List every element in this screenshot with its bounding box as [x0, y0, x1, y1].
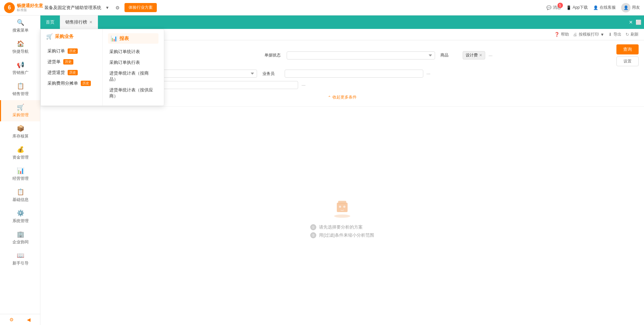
sidebar-item-inventory[interactable]: 📦 库存核算 [0, 121, 40, 143]
svg-point-3 [339, 206, 341, 208]
salesman-input[interactable] [285, 70, 423, 78]
sidebar-item-inventory-label: 库存核算 [12, 133, 29, 139]
industry-button[interactable]: 体验行业方案 [124, 3, 157, 12]
home-icon: 🏠 [17, 40, 24, 47]
svg-point-0 [334, 214, 350, 218]
reports-section-title: 报表 [119, 36, 129, 42]
tip-num-1: ① [310, 224, 316, 230]
sidebar-item-purchase[interactable]: 🛒 采购管理 [0, 100, 40, 121]
dropdown-reports-header: 📊 报表 [108, 33, 159, 44]
history-badge-1: 历史 [63, 59, 73, 65]
sidebar-item-system-label: 系统管理 [12, 218, 29, 224]
action-buttons: 查询 设置 [616, 44, 639, 66]
report-po-exec-item[interactable]: 采购订单执行表 [108, 57, 159, 68]
print-button[interactable]: 🖨 按模板打印 ▼ [573, 32, 604, 37]
header-right: 💬 消息 5 📱 App下载 👤 在线客服 👤 用友 [546, 3, 640, 12]
status-select[interactable] [287, 51, 435, 59]
header-center: 装备及固定资产辅助管理系统 ▼ ⚙ 体验行业方案 [44, 3, 546, 12]
sidebar-item-search-label: 搜索菜单 [12, 28, 29, 33]
purchase-receive-label: 进货单 [47, 59, 61, 65]
system-settings-button[interactable]: ⚙ [113, 4, 122, 11]
sidebar-item-system[interactable]: ⚙️ 系统管理 [0, 206, 40, 227]
tab-close-button[interactable]: ✕ [629, 19, 633, 25]
salesman-ellipsis-button[interactable]: ··· [425, 71, 432, 76]
reports-section-icon: 📊 [111, 35, 117, 42]
purchase-expense-item[interactable]: 采购费用分摊单 历史 [46, 78, 97, 89]
purchase-return-item[interactable]: 进货退货 历史 [46, 67, 97, 78]
help-button[interactable]: ❓ 帮助 [554, 32, 569, 37]
report-receive-by-supplier-item[interactable]: 进货单统计表（按供应商） [108, 85, 159, 101]
report-po-stats-item[interactable]: 采购订单统计表 [108, 46, 159, 57]
user-label: 用友 [632, 5, 640, 10]
user-avatar: 👤 [621, 3, 631, 12]
purchase-order-item[interactable]: 采购订单 历史 [46, 46, 97, 56]
sidebar-item-enterprise[interactable]: 🏢 企业协同 [0, 227, 40, 248]
export-button[interactable]: ⬇ 导出 [608, 32, 621, 37]
sidebar-item-new-guide-label: 新手引导 [12, 260, 29, 266]
goods-tag-close[interactable]: ✕ [479, 53, 482, 57]
dropdown-menu: 🛒 采购业务 采购订单 历史 进货单 历史 进货退货 历史 采购费用分摊单 历史… [40, 29, 164, 106]
goods-label: 商品 [440, 52, 461, 58]
sidebar-collapse-button[interactable]: ◀ [27, 317, 31, 322]
purchase-section-title: 采购业务 [55, 34, 74, 40]
logo-sub-text: 标准版 [17, 8, 43, 12]
sidebar-settings-button[interactable]: ⚙ [9, 317, 14, 322]
inventory-icon: 📦 [17, 125, 24, 132]
settings-small-button[interactable]: 设置 [616, 56, 639, 66]
system-dropdown-button[interactable]: ▼ [104, 5, 111, 11]
sidebar-item-search[interactable]: 🔍 搜索菜单 [0, 15, 40, 37]
basic-info-icon: 📋 [17, 188, 24, 196]
sidebar-item-quick-nav[interactable]: 🏠 快捷导航 [0, 37, 40, 58]
app-download-button[interactable]: 📱 App下载 [566, 5, 588, 10]
sidebar-item-quick-nav-label: 快捷导航 [12, 49, 29, 54]
collapse-button[interactable]: ⌃ 收起更多条件 [326, 92, 359, 102]
report-receive-by-goods-item[interactable]: 进货单统计表（按商品） [108, 68, 159, 85]
export-icon: ⬇ [608, 32, 612, 37]
query-button[interactable]: 查询 [616, 44, 639, 54]
purchase-order-label: 采购订单 [47, 48, 65, 54]
message-button[interactable]: 💬 消息 5 [546, 5, 561, 10]
empty-tip-1: ① 请先选择要分析的方案 [310, 224, 374, 230]
purchase-receive-item[interactable]: 进货单 历史 [46, 56, 97, 67]
operations-icon: 📊 [17, 167, 24, 174]
guide-icon: 📖 [17, 252, 24, 259]
print-label: 按模板打印 [579, 32, 599, 37]
sidebar-item-purchase-label: 采购管理 [12, 112, 29, 118]
dropdown-purchase-col: 🛒 采购业务 采购订单 历史 进货单 历史 进货退货 历史 采购费用分摊单 历史 [41, 29, 103, 106]
sidebar-item-new-guide[interactable]: 📖 新手引导 [0, 248, 40, 270]
empty-tip-2: ② 用[过滤]条件来缩小分析范围 [310, 232, 374, 238]
tab-bar-right: ✕ ⬜ [629, 19, 644, 25]
tab-sales-rank[interactable]: 销售排行榜 ✕ [60, 15, 98, 29]
refresh-label: 刷新 [631, 32, 639, 37]
report-po-exec-label: 采购订单执行表 [109, 59, 140, 66]
tip-text-1: 请先选择要分析的方案 [319, 224, 363, 230]
sidebar-item-operations[interactable]: 📊 经营管理 [0, 164, 40, 185]
refresh-icon: ↻ [625, 32, 629, 37]
tab-home[interactable]: 首页 [40, 15, 60, 29]
sidebar-item-basic-info[interactable]: 📋 基础信息 [0, 185, 40, 206]
sidebar-item-sales[interactable]: 📋 销售管理 [0, 79, 40, 100]
tab-close-icon[interactable]: ✕ [89, 20, 93, 25]
help-icon: ❓ [554, 32, 560, 37]
logo-text-block: 畅捷通好生意 标准版 [17, 3, 43, 12]
refresh-button[interactable]: ↻ 刷新 [625, 32, 639, 37]
tip-text-2: 用[过滤]条件来缩小分析范围 [319, 232, 374, 238]
online-service-button[interactable]: 👤 在线客服 [593, 5, 616, 10]
empty-tips: ① 请先选择要分析的方案 ② 用[过滤]条件来缩小分析范围 [310, 224, 374, 238]
sidebar-item-finance[interactable]: 💰 资金管理 [0, 143, 40, 164]
sidebar-item-marketing[interactable]: 📢 营销推广 [0, 58, 40, 79]
tab-bar: 首页 销售排行榜 ✕ ✕ ⬜ [40, 15, 644, 29]
tab-maximize-button[interactable]: ⬜ [636, 19, 641, 25]
sidebar-item-finance-label: 资金管理 [12, 155, 29, 160]
help-label: 帮助 [561, 32, 569, 37]
dropdown-reports-col: 📊 报表 采购订单统计表 采购订单执行表 进货单统计表（按商品） 进货单统计表（… [103, 29, 164, 106]
phone-icon: 📱 [566, 5, 571, 10]
report-receive-by-supplier-label: 进货单统计表（按供应商） [109, 87, 157, 99]
goods-ellipsis-button[interactable]: ··· [487, 53, 494, 58]
goods-filter: 商品 设计费 ✕ ··· [440, 51, 611, 59]
print-icon: 🖨 [573, 32, 577, 37]
customer-ellipsis-button[interactable]: ··· [300, 82, 307, 88]
print-dropdown-icon[interactable]: ▼ [600, 32, 604, 37]
goods-tag-text: 设计费 [466, 52, 478, 58]
user-button[interactable]: 👤 用友 [621, 3, 640, 12]
